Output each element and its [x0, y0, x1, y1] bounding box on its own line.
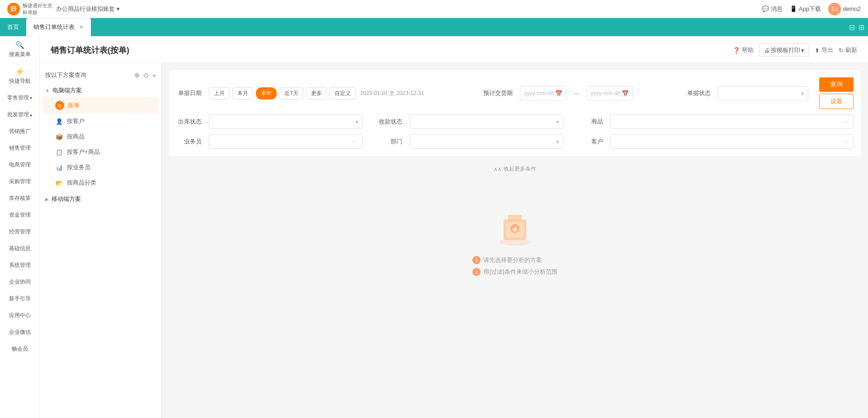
- message-button[interactable]: 💬 消息: [762, 5, 783, 13]
- goods-select[interactable]: ···: [610, 114, 854, 129]
- scheme-item-by-order[interactable]: ◎ 按单: [42, 97, 159, 114]
- export-button[interactable]: ⬆ 导出: [815, 46, 833, 54]
- left-panel-header: 按以下方案查询 ⊕ ⊙ «: [40, 68, 161, 84]
- sidebar-item-procurement[interactable]: 采购管理: [0, 173, 39, 190]
- scheme-item-by-customer[interactable]: 👤 按客户: [42, 114, 159, 129]
- outbound-status-label: 出库状态: [176, 118, 202, 126]
- filter-wrapper: 单据日期 上月 本月 本年 近7天 更多 自定义 2023-01-01 至 20…: [169, 70, 861, 176]
- sidebar-item-wechat[interactable]: 企业微信: [0, 324, 39, 341]
- tip-text-1: 请先选择要分析的方案: [483, 256, 542, 264]
- download-icon: 📱: [790, 5, 797, 12]
- tab-bar-actions: ⊟ ⊞: [849, 23, 868, 32]
- template-print-button[interactable]: 🖨 按模板打印 ▾: [759, 43, 809, 57]
- minimize-icon[interactable]: ⊟: [849, 23, 855, 32]
- sidebar-item-enterprise[interactable]: 企业协同: [0, 274, 39, 290]
- settings-button[interactable]: 设置: [819, 94, 854, 109]
- svg-point-5: [513, 227, 517, 232]
- customer-select[interactable]: ···: [610, 134, 854, 149]
- calendar-end-icon: 📅: [622, 90, 629, 97]
- right-panel: 单据日期 上月 本月 本年 近7天 更多 自定义 2023-01-01 至 20…: [162, 63, 868, 418]
- scheme-item-by-goods[interactable]: 📦 按商品: [42, 129, 159, 144]
- date-label: 单据日期: [176, 89, 202, 97]
- tab-sales-order-stats[interactable]: 销售订单统计表 ✕: [26, 18, 91, 36]
- query-button[interactable]: 查询: [819, 77, 854, 92]
- sidebar-item-search[interactable]: 🔍 搜索菜单: [0, 36, 39, 63]
- empty-tips: 1 请先选择要分析的方案 2 用[过滤]条件来缩小分析范围: [472, 256, 557, 280]
- refresh-button[interactable]: ↻ 刷新: [839, 46, 857, 54]
- sidebar-item-quicknav[interactable]: ⚡ 快捷导航: [0, 63, 39, 90]
- select-arrow-icon: ▾: [556, 119, 559, 125]
- collapse-label: 收起更多条件: [504, 165, 536, 173]
- sidebar-item-member[interactable]: 畅会员: [0, 341, 39, 357]
- date-btn-custom[interactable]: 自定义: [330, 87, 356, 100]
- tip-number-2: 2: [472, 268, 481, 276]
- body-panel: 按以下方案查询 ⊕ ⊙ « ▼ 电脑端方案 ◎ 按单: [40, 63, 868, 418]
- top-bar-right: 💬 消息 📱 App下载 Ea demo2: [762, 3, 861, 15]
- help-icon: ❓: [733, 47, 740, 54]
- dropdown-arrow-icon: ▾: [801, 47, 804, 54]
- customer-icon: 👤: [55, 117, 63, 125]
- tip-text-2: 用[过滤]条件来缩小分析范围: [483, 268, 557, 276]
- date-end-placeholder: yyyy-mm-dd: [591, 90, 620, 96]
- message-icon: 💬: [762, 5, 769, 12]
- collapse-panel-icon[interactable]: «: [152, 71, 156, 79]
- salesperson-select[interactable]: ···: [209, 134, 363, 149]
- outbound-status-select[interactable]: ▾: [209, 114, 363, 129]
- date-btn-this-month[interactable]: 本月: [232, 87, 253, 100]
- logo-icon: 好: [7, 3, 20, 15]
- delivery-date-label: 预计交货期: [476, 89, 513, 97]
- settings-scheme-icon[interactable]: ⊙: [143, 71, 149, 79]
- sidebar-item-basicinfo[interactable]: 基础信息: [0, 240, 39, 257]
- scheme-item-by-salesperson[interactable]: 📊 按业务员: [42, 160, 159, 175]
- add-scheme-icon[interactable]: ⊕: [134, 71, 140, 79]
- scheme-item-by-goods-category[interactable]: 📂 按商品分类: [42, 175, 159, 190]
- help-button[interactable]: ❓ 帮助: [733, 46, 754, 54]
- user-menu[interactable]: Ea demo2: [828, 3, 861, 15]
- delivery-date-start[interactable]: yyyy-mm-dd 📅: [520, 86, 566, 100]
- scheme-group-mobile-header[interactable]: ▶ 移动端方案: [40, 192, 161, 206]
- date-btn-last7days[interactable]: 近7天: [279, 87, 303, 100]
- scheme-item-by-customer-goods[interactable]: 📋 按客户+商品: [42, 144, 159, 160]
- sidebar-item-ecommerce[interactable]: 电商管理: [0, 157, 39, 173]
- tab-home[interactable]: 首页: [0, 18, 26, 36]
- sidebar-item-retail[interactable]: 零售管理 ▾: [0, 90, 39, 106]
- empty-tip-1: 1 请先选择要分析的方案: [472, 256, 557, 264]
- scheme-group-desktop-header[interactable]: ▼ 电脑端方案: [40, 84, 161, 97]
- empty-illustration: [492, 204, 538, 249]
- scheme-group-mobile: ▶ 移动端方案: [40, 192, 161, 206]
- sidebar-item-inventory[interactable]: 库存核算: [0, 190, 39, 207]
- logo-text: 畅捷通好生意 标准版: [23, 2, 52, 15]
- receipt-status-select[interactable]: ▾: [410, 114, 563, 129]
- date-btn-more[interactable]: 更多: [306, 87, 327, 100]
- maximize-icon[interactable]: ⊞: [859, 23, 864, 32]
- sidebar-item-finance[interactable]: 资金管理: [0, 207, 39, 223]
- order-status-label: 单据状态: [685, 89, 711, 97]
- filter-section: 单据日期 上月 本月 本年 近7天 更多 自定义 2023-01-01 至 20…: [169, 70, 861, 156]
- select-arrow-icon: ▾: [556, 138, 559, 145]
- date-btn-last-month[interactable]: 上月: [209, 87, 230, 100]
- company-selector[interactable]: 办公用品行业模拟账套 ▾: [56, 5, 120, 13]
- sidebar-item-wholesale[interactable]: 批发管理 ▴: [0, 106, 39, 123]
- goods-more-icon[interactable]: ···: [841, 119, 849, 125]
- tip-number-1: 1: [472, 256, 481, 264]
- avatar: Ea: [828, 3, 841, 15]
- nav-icon: ⚡: [15, 67, 24, 76]
- customer-more-icon[interactable]: ···: [841, 138, 849, 145]
- sidebar-item-appcenter[interactable]: 应用中心: [0, 307, 39, 324]
- sidebar-item-system[interactable]: 系统管理: [0, 257, 39, 274]
- refresh-icon: ↻: [839, 47, 844, 54]
- tab-bar: 首页 销售订单统计表 ✕ ⊟ ⊞: [0, 18, 868, 36]
- department-select[interactable]: ▾: [410, 134, 563, 149]
- delivery-date-end[interactable]: yyyy-mm-dd 📅: [587, 86, 633, 100]
- date-btn-this-year[interactable]: 本年: [256, 87, 277, 100]
- sidebar-item-sales[interactable]: 销售管理: [0, 140, 39, 157]
- salesperson-more-icon[interactable]: ···: [350, 138, 359, 145]
- sidebar-item-marketing[interactable]: 营销推广: [0, 123, 39, 140]
- page-header: 销售订单统计表(按单) ❓ 帮助 🖨 按模板打印 ▾ ⬆ 导出 ↻ 刷新: [40, 36, 868, 63]
- sidebar-item-newbie[interactable]: 新手引导: [0, 290, 39, 307]
- order-status-select[interactable]: ▾: [718, 86, 808, 100]
- app-download-button[interactable]: 📱 App下载: [790, 5, 821, 13]
- tab-close-icon[interactable]: ✕: [79, 24, 84, 30]
- collapse-bar[interactable]: ∧∧ 收起更多条件: [169, 162, 861, 176]
- sidebar-item-operations[interactable]: 经营管理: [0, 223, 39, 240]
